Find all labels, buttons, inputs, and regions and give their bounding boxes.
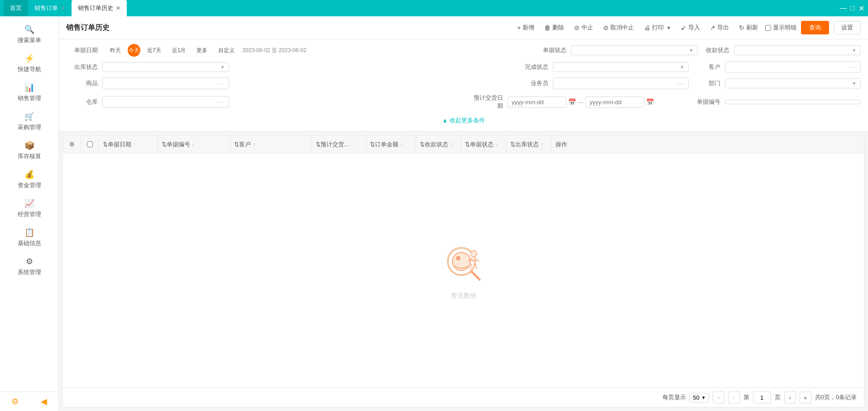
page-title: 销售订单历史 bbox=[66, 23, 110, 33]
client-select[interactable]: ··· bbox=[725, 61, 861, 73]
th-date-sort-icon: ⇅ bbox=[103, 141, 108, 148]
btn-7days[interactable]: 近7天 bbox=[143, 45, 165, 56]
dept-select[interactable]: ▼ bbox=[725, 78, 861, 88]
print-button[interactable]: 🖨 打印 ▼ bbox=[641, 22, 674, 34]
warehouse-select[interactable]: ··· bbox=[102, 96, 229, 108]
sidebar-item-purchase[interactable]: 🛒 采购管理 bbox=[0, 107, 58, 136]
delete-label: 删除 bbox=[552, 24, 564, 32]
tab-sales-order-close[interactable]: ✕ bbox=[61, 5, 65, 11]
close-btn[interactable]: ✕ bbox=[858, 4, 864, 13]
collapse-bar[interactable]: ▲ 收起更多条件 bbox=[66, 115, 861, 126]
cancel-stop-icon: ⊘ bbox=[603, 24, 609, 31]
sidebar-item-finance[interactable]: 💰 资金管理 bbox=[0, 165, 58, 194]
refresh-icon: ↻ bbox=[739, 24, 744, 31]
btn-today[interactable]: 今天 bbox=[128, 44, 140, 57]
per-page-select[interactable]: 50 ▼ bbox=[690, 393, 709, 402]
th-amount-label: 订单金额 bbox=[375, 140, 398, 149]
th-amount[interactable]: ⇅ 订单金额 ↕ bbox=[366, 135, 416, 154]
th-operation: 操作 bbox=[552, 135, 864, 154]
date-label: 单据日期 bbox=[66, 46, 102, 54]
per-page-value: 50 bbox=[693, 394, 699, 401]
filter-area: 单据日期 昨天 今天 近7天 近1月 更多 自定义 2023-06-02 至 2… bbox=[59, 39, 868, 131]
sidebar-item-basic[interactable]: 📋 基础信息 bbox=[0, 223, 58, 252]
pay-status-select[interactable]: ▼ bbox=[734, 45, 861, 55]
th-delivery[interactable]: ⇅ 预计交货... ↕ bbox=[312, 135, 366, 154]
page-input[interactable] bbox=[753, 392, 771, 403]
calendar-start-icon[interactable]: 📅 bbox=[568, 98, 576, 106]
delivery-end-input[interactable] bbox=[585, 97, 644, 108]
display-detail-checkbox[interactable]: 显示明细 bbox=[765, 24, 796, 32]
query-button[interactable]: 查询 bbox=[801, 21, 829, 34]
select-all-checkbox[interactable] bbox=[87, 141, 93, 147]
first-page-btn[interactable]: « bbox=[713, 392, 724, 403]
btn-1month[interactable]: 近1月 bbox=[168, 45, 190, 56]
sidebar-collapse-icon[interactable]: ◀ bbox=[41, 396, 47, 406]
table-header: ⚙ ⇅ 单据日期 ↕ ⇅ 单据编号 ↕ ⇅ 客户 ↕ bbox=[63, 135, 864, 154]
complete-status-select[interactable]: ▼ bbox=[553, 62, 689, 72]
th-client-label: 客户 bbox=[239, 140, 251, 149]
filter-group-goods: 商品 ··· bbox=[66, 77, 517, 89]
th-client[interactable]: ⇅ 客户 ↕ bbox=[230, 135, 312, 154]
th-amount-arrow: ↕ bbox=[400, 142, 403, 147]
calendar-end-icon[interactable]: 📅 bbox=[646, 98, 654, 106]
th-pay[interactable]: ⇅ 收款状态 ↕ bbox=[416, 135, 461, 154]
refresh-button[interactable]: ↻ 刷新 bbox=[736, 22, 761, 34]
dept-arrow-icon: ▼ bbox=[852, 81, 857, 86]
th-num-label: 单据编号 bbox=[167, 140, 190, 149]
btn-yesterday[interactable]: 昨天 bbox=[106, 45, 125, 56]
minimize-btn[interactable]: — bbox=[839, 4, 847, 12]
sidebar-settings-icon[interactable]: ⚙ bbox=[11, 396, 19, 406]
display-detail-label: 显示明细 bbox=[773, 24, 796, 32]
th-check[interactable] bbox=[81, 135, 99, 154]
add-button[interactable]: + 新增 bbox=[514, 22, 537, 34]
th-num[interactable]: ⇅ 单据编号 ↕ bbox=[158, 135, 230, 154]
th-date-arrow: ↕ bbox=[133, 142, 135, 147]
sidebar-item-inventory[interactable]: 📦 库存核算 bbox=[0, 136, 58, 165]
import-button[interactable]: ↙ 导入 bbox=[678, 22, 703, 34]
complete-status-label: 完成状态 bbox=[517, 63, 553, 71]
tab-sales-order-history[interactable]: 销售订单历史 ✕ bbox=[72, 0, 127, 16]
sidebar-item-operation[interactable]: 📈 经营管理 bbox=[0, 194, 58, 223]
th-out[interactable]: ⇅ 出库状态 ↕ bbox=[507, 135, 552, 154]
btn-more[interactable]: 更多 bbox=[192, 45, 211, 56]
out-status-select[interactable]: ▼ bbox=[102, 62, 229, 72]
import-label: 导入 bbox=[688, 24, 700, 32]
sidebar-item-search[interactable]: 🔍 搜索菜单 bbox=[0, 20, 58, 49]
display-detail-input[interactable] bbox=[765, 25, 771, 31]
last-page-btn[interactable]: » bbox=[800, 392, 811, 403]
status-select[interactable]: ▼ bbox=[571, 45, 698, 55]
th-client-sort-icon: ⇅ bbox=[234, 141, 239, 148]
tab-history-close[interactable]: ✕ bbox=[116, 5, 120, 11]
maximize-btn[interactable]: □ bbox=[850, 4, 855, 12]
collapse-text: ▲ 收起更多条件 bbox=[442, 117, 484, 124]
page-label: 第 bbox=[743, 393, 749, 401]
th-out-arrow: ↕ bbox=[541, 142, 543, 147]
th-status-label: 单据状态 bbox=[470, 140, 494, 149]
prev-page-btn[interactable]: ‹ bbox=[728, 392, 740, 403]
btn-custom[interactable]: 自定义 bbox=[214, 45, 239, 56]
goods-select[interactable]: ··· bbox=[102, 77, 229, 89]
sidebar-item-sales[interactable]: 📊 销售管理 bbox=[0, 78, 58, 107]
tab-sales-order[interactable]: 销售订单 ✕ bbox=[28, 0, 72, 16]
last-page-icon: » bbox=[804, 394, 807, 401]
cancel-stop-button[interactable]: ⊘ 取消中止 bbox=[600, 22, 637, 34]
sidebar-item-nav[interactable]: ⚡ 快捷导航 bbox=[0, 49, 58, 78]
tab-home[interactable]: 首页 bbox=[4, 0, 28, 16]
order-no-input[interactable] bbox=[725, 100, 861, 104]
export-icon: ↗ bbox=[710, 24, 715, 31]
salesman-select[interactable]: ··· bbox=[553, 77, 689, 89]
stop-button[interactable]: ⊘ 中止 bbox=[571, 22, 596, 34]
delivery-date-inputs: 📅 — 📅 bbox=[508, 97, 654, 108]
th-status[interactable]: ⇅ 单据状态 ↕ bbox=[461, 135, 507, 154]
delivery-start-input[interactable] bbox=[508, 97, 566, 108]
filter-row-4: 仓库 ··· 预计交货日期 📅 — 📅 单据编号 bbox=[66, 94, 861, 110]
th-date[interactable]: ⇅ 单据日期 ↕ bbox=[99, 135, 158, 154]
delete-button[interactable]: 🗑 删除 bbox=[542, 22, 567, 34]
out-status-arrow-icon: ▼ bbox=[220, 64, 225, 70]
next-page-btn[interactable]: › bbox=[784, 392, 796, 403]
export-button[interactable]: ↗ 导出 bbox=[707, 22, 732, 34]
sidebar-item-sales-label: 销售管理 bbox=[18, 94, 41, 102]
sidebar-item-system[interactable]: ⚙ 系统管理 bbox=[0, 252, 58, 281]
th-gear[interactable]: ⚙ bbox=[63, 135, 81, 154]
settings-button[interactable]: 设置 bbox=[834, 21, 861, 34]
